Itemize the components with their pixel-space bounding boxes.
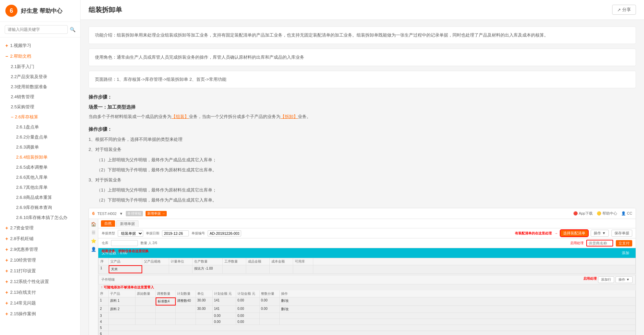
annotation-add-anywhere: ↑ 可随地添加不够清单在这里置零入 (98, 284, 636, 290)
mock-nav-help: 🟡 帮助中心 (597, 211, 617, 216)
sidebar-item-purchase[interactable]: 2.5采购管理 (0, 102, 80, 112)
mock-col-parent: 父产品 (109, 258, 142, 265)
mock-col-spec: 父产品规格 (142, 258, 169, 265)
mock-docno-input[interactable] (208, 230, 241, 236)
mock-top-nav: 🔴 App下载 🟡 帮助中心 👤 CC (573, 211, 632, 216)
share-button[interactable]: ↗ 分享 (612, 5, 636, 15)
mock-qty-label: 数量 人 2/6 (141, 241, 157, 245)
mock-supplier-input[interactable] (586, 240, 613, 246)
sidebar-item-263[interactable]: 2.6.3调拨单 (0, 142, 80, 152)
content-area: 功能介绍：组装拆卸单用来处理企业组装或拆卸等加工业务，支持有固定装配清单的产品加… (80, 20, 644, 335)
mock-child-row3: 3 0.00 0.00 (98, 313, 636, 319)
mock-start-btn[interactable]: 立支付 (616, 240, 632, 246)
mock-cr2-seq: 2 (99, 306, 109, 313)
mock-app-name: TEST-H002 (97, 212, 116, 216)
mock-col-seq: 序 (99, 258, 109, 265)
role-text: 使用角色：通常由生产人员或库管人员完成拆装业务的操作，库管人员确认原材料的出库和… (95, 55, 304, 60)
mock-warehouse-input[interactable] (111, 240, 138, 246)
sidebar-item-ops[interactable]: + 2.10经营管理 (0, 255, 80, 266)
path-text: 页面路径：1、库存核算->库存管理->组装拆卸单 2、首页->常用功能 (95, 77, 226, 82)
sidebar-item-mobile[interactable]: + 2.8手机旺铺 (0, 233, 80, 244)
mock-child-row2: 2 原料 2 30.00 141 0.00 0.00 删/改 (98, 306, 636, 313)
mock-more-btn[interactable]: 操作 ▼ (591, 230, 609, 237)
mock-child-table-header: 序 子产品 原始数量 调整数量 计划数量 单位 计划金额 元 计划金额 元 整数… (98, 290, 636, 297)
step-2: 2、对于组装业务 (89, 146, 636, 153)
intro-box: 功能介绍：组装拆卸单用来处理企业组装或拆卸等加工业务，支持有固定装配清单的产品加… (89, 26, 636, 44)
sidebar-item-262[interactable]: 2.6.2分量盘点单 (0, 132, 80, 142)
mock-cr2-plan-amt2: 0.00 (236, 306, 260, 313)
sidebar-item-sales[interactable]: 2.4销售管理 (0, 92, 80, 102)
sidebar-item-264[interactable]: 2.6.4组装拆卸单 (0, 152, 80, 162)
sidebar-item-newbie[interactable]: 2.1新手入门 (0, 62, 80, 72)
mock-icon-home: 🏠 (91, 222, 96, 227)
mock-child-ops-btn[interactable]: 操作 ▼ (615, 276, 633, 283)
mock-left-sidebar: 🏠 ☰ ⭐ 👤 (89, 219, 98, 335)
sidebar-item-265[interactable]: 2.6.5成本调整单 (0, 162, 80, 172)
mock-parent-table-header: 序 父产品 父产品规格 计量单位 生产数量 工序数量 成品金额 成本金额 可用库 (98, 258, 636, 265)
sidebar-item-coupon[interactable]: + 2.9优惠券管理 (0, 244, 80, 255)
mock-row-spec (142, 265, 169, 273)
search-input[interactable] (5, 25, 68, 34)
step-list: 1、根据不同的业务，选择不同单据的类型来处理 2、对于组装业务 （1）上部明细为… (89, 136, 636, 204)
sidebar-item-custom[interactable]: + 2.12系统个性化设置 (0, 276, 80, 287)
page-title: 组装拆卸单 (89, 5, 122, 14)
mock-date-label: 单据日期 (146, 231, 159, 236)
mock-cr1-ops: 删/改 (280, 297, 297, 305)
mock-app-header: 6 TEST-H002 ▼ ⚙ 待审核 新增单据 → 🔴 App下载 🟡 帮助中… (89, 208, 636, 219)
sidebar-item-267[interactable]: 2.6.7其他出库单 (0, 182, 80, 192)
nav-list: + 1.视频学习 − 2.帮助文档 2.1新手入门 2.2产品安装及登录 2.3… (0, 38, 80, 335)
mock-col-cost-amt: 成本金额 (270, 258, 293, 265)
sidebar-item-261[interactable]: 2.6.1盘点单 (0, 122, 80, 132)
mock-child-row4: 4 0.00 0.00 (98, 319, 636, 325)
mock-tab-active[interactable]: 自然 (101, 220, 115, 227)
sidebar-item-print[interactable]: + 2.11打印设置 (0, 266, 80, 276)
link-disassembly[interactable]: 【拆卸】 (280, 114, 298, 119)
sidebar-item-video[interactable]: + 1.视频学习 (0, 40, 80, 51)
mock-add-child-btn[interactable]: 添加行 (598, 276, 614, 283)
sidebar-item-case[interactable]: + 2.15操作案例 (0, 309, 80, 319)
mock-child-section: 子件明细 启用处理 添加行 操作 ▼ ↑ 可随地添加不够清单在这 (98, 275, 636, 335)
sidebar-item-266[interactable]: 2.6.6其他入库单 (0, 172, 80, 182)
scene1-title: 场景一：加工类型选择 (89, 104, 636, 110)
mock-app-dropdown: ▼ (119, 212, 123, 216)
annotation-enable: 启用处理 (570, 241, 584, 245)
mock-toolbar: 单据类型 组装单据 拆卸单据 单据日期 单据编号 有装配清单的在这里处理 (98, 228, 636, 238)
step-3: 3、对于拆装业务 (89, 176, 636, 184)
sidebar-item-2610[interactable]: 2.6.10库存账本搞了怎么办 (0, 213, 80, 223)
mock-cc-adj-qty: 调整数量 (156, 290, 176, 297)
annotation-bom: 有装配清单的在这里处理 (515, 231, 552, 236)
mock-parent-table-row1: 1 关米 按比方 -1.00 (98, 265, 636, 274)
mock-cr1-product: 原料 1 (109, 297, 136, 305)
mock-save-btn[interactable]: 保存单据 (611, 230, 632, 237)
sidebar-item-269[interactable]: 2.6.9库存账本查询 (0, 203, 80, 213)
mock-app: 6 TEST-H002 ▼ ⚙ 待审核 新增单据 → 🔴 App下载 🟡 帮助中… (89, 208, 636, 335)
mock-bom-btn[interactable]: 选择装配清单 (560, 230, 588, 236)
step-1: 1、根据不同的业务，选择不同单据的类型来处理 (89, 136, 636, 143)
screenshot-container: 6 TEST-H002 ▼ ⚙ 待审核 新增单据 → 🔴 App下载 🟡 帮助中… (89, 208, 636, 335)
mock-cc-ops: 操作 (280, 290, 297, 297)
plus-icon-video: + (5, 43, 8, 48)
mock-col-avail: 可用库 (293, 258, 313, 265)
mock-date-input[interactable] (162, 230, 189, 236)
sidebar-item-data[interactable]: 2.3使用前数据准备 (0, 82, 80, 92)
sidebar-item-finance[interactable]: + 2.7资金管理 (0, 223, 80, 233)
sidebar-item-inventory[interactable]: − 2.6库存核算 (0, 112, 80, 122)
mock-tab-new[interactable]: 新增单据 (116, 220, 139, 227)
sidebar-item-faq[interactable]: + 2.14常见问题 (0, 298, 80, 309)
mock-warehouse-label: 仓库 (102, 241, 108, 245)
mock-new-doc-btn[interactable]: 新增单据 → (146, 211, 167, 216)
link-assembly[interactable]: 【组装】 (171, 114, 189, 119)
step-3-2: （2）下部明细为子件明细，最终作为产成品生成其它入库单。 (97, 197, 636, 204)
sidebar-item-video-label: 1.视频学习 (10, 43, 31, 49)
path-box: 页面路径：1、库存核算->库存管理->组装拆卸单 2、首页->常用功能 (89, 71, 636, 88)
mock-add-parent-btn[interactable]: 添加 (619, 249, 632, 257)
sidebar-item-pay[interactable]: + 2.13在线支付 (0, 287, 80, 298)
mock-cr1-plan-qty: 调整数40 (176, 297, 196, 305)
mock-tab-row: 自然 新增单据 (98, 219, 636, 228)
sidebar-item-268[interactable]: 2.6.8商品成本重算 (0, 192, 80, 203)
sidebar-item-install[interactable]: 2.2产品安装及登录 (0, 72, 80, 82)
mock-row-prod-amt (246, 265, 270, 273)
sidebar-item-docs[interactable]: − 2.帮助文档 (0, 51, 80, 62)
search-button[interactable]: 🔍 (70, 27, 75, 32)
mock-doctype-select[interactable]: 组装单据 拆卸单据 (118, 230, 143, 237)
